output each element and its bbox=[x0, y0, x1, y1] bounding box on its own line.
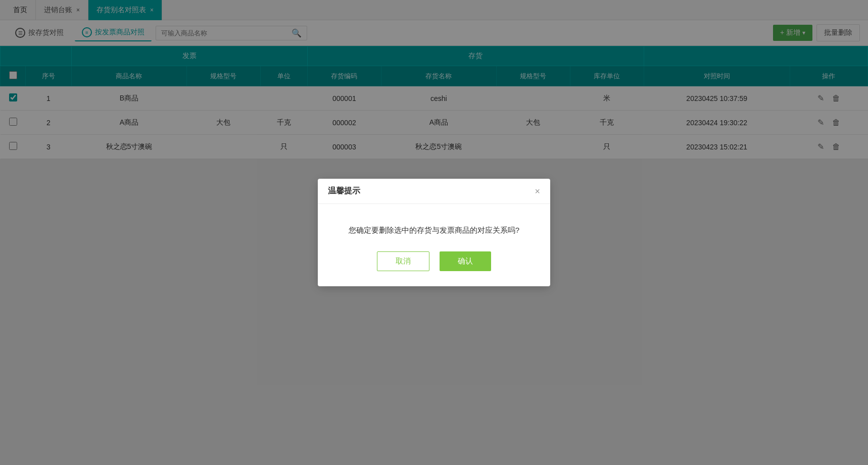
confirm-dialog: 温馨提示 × 您确定要删除选中的存货与发票商品的对应关系吗? 取消 确认 bbox=[318, 179, 550, 286]
confirm-button[interactable]: 确认 bbox=[440, 251, 491, 271]
cancel-button[interactable]: 取消 bbox=[377, 251, 429, 271]
dialog-title: 温馨提示 bbox=[328, 186, 360, 196]
dialog-body: 您确定要删除选中的存货与发票商品的对应关系吗? bbox=[318, 204, 550, 251]
dialog-overlay: 温馨提示 × 您确定要删除选中的存货与发票商品的对应关系吗? 取消 确认 bbox=[0, 0, 868, 465]
dialog-footer: 取消 确认 bbox=[318, 251, 550, 286]
dialog-close-button[interactable]: × bbox=[535, 187, 540, 196]
dialog-header: 温馨提示 × bbox=[318, 179, 550, 204]
dialog-message: 您确定要删除选中的存货与发票商品的对应关系吗? bbox=[349, 226, 519, 234]
